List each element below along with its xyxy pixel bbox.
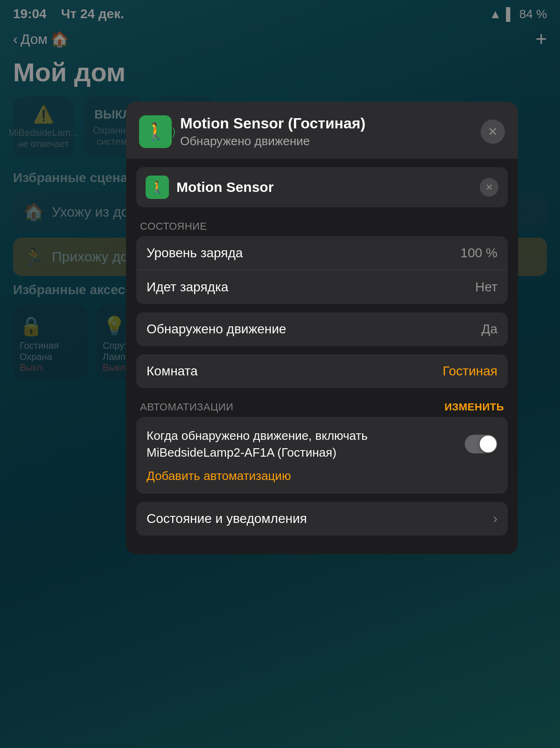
sensor-name-icon: 🚶 [146,176,169,199]
modal-panel: 🚶 ))) Motion Sensor (Гостиная) Обнаружен… [126,102,518,554]
motion-person-icon: 🚶 [145,122,166,141]
chevron-right-icon: › [493,511,497,526]
automation-card: Когда обнаружено движение, включать MiBe… [136,417,508,494]
status-notify-card[interactable]: Состояние и уведомления › [136,502,508,536]
charging-row: Идет зарядка Нет [136,270,508,304]
automation-edit-button[interactable]: ИЗМЕНИТЬ [444,401,504,413]
automation-text: Когда обнаружено движение, включать MiBe… [147,427,457,461]
automation-toggle[interactable] [465,435,497,453]
automation-section-label: АВТОМАТИЗАЦИИ [140,401,233,413]
automation-header: АВТОМАТИЗАЦИИ ИЗМЕНИТЬ [126,396,518,417]
automation-row: Когда обнаружено движение, включать MiBe… [147,427,497,461]
state-section-label: СОСТОЯНИЕ [126,216,518,236]
modal-title: Motion Sensor (Гостиная) [180,115,472,132]
room-label: Комната [147,364,198,379]
sensor-name-label: Motion Sensor [176,179,472,195]
sensor-name-close-button[interactable]: ✕ [480,178,498,197]
charging-value: Нет [475,280,497,295]
sensor-name-row[interactable]: 🚶 Motion Sensor ✕ [136,167,508,207]
state-info-card: Уровень заряда 100 % Идет зарядка Нет [136,236,508,304]
battery-value: 100 % [461,246,497,261]
motion-label: Обнаружено движение [147,322,286,337]
motion-row: Обнаружено движение Да [136,312,508,346]
modal-header: 🚶 ))) Motion Sensor (Гостиная) Обнаружен… [126,102,518,159]
room-row: Комната Гостиная [136,354,508,388]
toggle-knob [480,436,497,452]
add-automation-button[interactable]: Добавить автоматизацию [147,469,497,483]
battery-label: Уровень заряда [147,246,243,261]
modal-close-button[interactable]: ✕ [481,120,505,144]
modal-body: 🚶 Motion Sensor ✕ СОСТОЯНИЕ Уровень заря… [126,167,518,554]
motion-wave-icon: ))) [165,126,175,138]
modal-header-icon: 🚶 ))) [139,115,172,148]
room-card: Комната Гостиная [136,354,508,388]
modal-subtitle: Обнаружено движение [180,134,472,148]
status-notify-label: Состояние и уведомления [147,511,307,526]
room-value: Гостиная [442,364,497,379]
modal-header-text: Motion Sensor (Гостиная) Обнаружено движ… [180,115,472,148]
motion-value: Да [481,322,497,337]
charging-label: Идет зарядка [147,280,228,295]
motion-card: Обнаружено движение Да [136,312,508,346]
battery-row: Уровень заряда 100 % [136,236,508,270]
